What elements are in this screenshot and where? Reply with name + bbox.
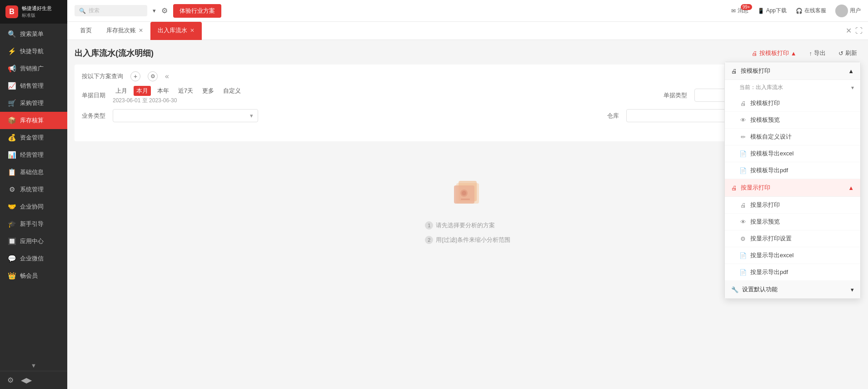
dropdown-item-template-print[interactable]: 🖨按模板打印 bbox=[725, 95, 860, 112]
collapse-icon[interactable]: ◀▶ bbox=[21, 376, 32, 384]
current-label: 当前：出入库流水 bbox=[739, 84, 783, 91]
tab-close-batch-account[interactable]: ✕ bbox=[139, 27, 143, 34]
sidebar-scroll-down[interactable]: ▼ bbox=[31, 362, 37, 369]
sidebar-icon-marketing: 📢 bbox=[7, 65, 16, 73]
sidebar-label-marketing: 营销推广 bbox=[20, 65, 44, 73]
header-search-box[interactable]: 🔍 搜索 bbox=[75, 5, 147, 16]
item-icon-display-print: 🖨 bbox=[739, 201, 747, 209]
sidebar-icon-members: 👑 bbox=[7, 272, 16, 280]
tab-label-batch-account: 库存批次账 bbox=[106, 26, 136, 35]
export-btn[interactable]: ↑ 导出 bbox=[806, 47, 830, 59]
online-service-btn[interactable]: 🎧 在线客服 bbox=[796, 7, 826, 15]
tab-batch-account[interactable]: 库存批次账✕ bbox=[99, 22, 150, 40]
date-tab-current-month[interactable]: 本月 bbox=[134, 86, 151, 96]
sidebar-item-quick-nav[interactable]: ⚡快捷导航 bbox=[0, 43, 67, 60]
plus-icon: + bbox=[134, 73, 137, 80]
dropdown-item-template-export-excel[interactable]: 📄按模板导出excel bbox=[725, 145, 860, 162]
close-win-btn[interactable]: ✕ bbox=[846, 26, 852, 35]
sidebar-label-quick-nav: 快捷导航 bbox=[20, 47, 44, 55]
date-tab-current-year[interactable]: 本年 bbox=[155, 86, 172, 96]
date-tab-last-7-days[interactable]: 近7天 bbox=[175, 86, 196, 96]
item-icon-template-custom: ✏ bbox=[739, 133, 747, 140]
date-tab-custom[interactable]: 自定义 bbox=[220, 86, 244, 96]
user-menu[interactable]: 用户 bbox=[835, 5, 861, 17]
sidebar-label-app-center: 应用中心 bbox=[20, 237, 44, 245]
sidebar-label-guide: 新手引导 bbox=[20, 220, 44, 228]
sidebar-item-sales[interactable]: 📈销售管理 bbox=[0, 77, 67, 95]
item-label-display-print: 按显示打印 bbox=[750, 201, 780, 209]
logo-sub: 标准版 bbox=[22, 12, 52, 19]
page-title-bar: 出入库流水(流水明细) 🖨 按模板打印 ▲ ↑ 导出 ↺ 刷新 🖨 bbox=[75, 47, 861, 59]
sidebar-item-basic-info[interactable]: 📋基础信息 bbox=[0, 164, 67, 181]
display-print-header[interactable]: 🖨 按显示打印 ▲ bbox=[725, 179, 860, 197]
display-print-label: 按显示打印 bbox=[741, 184, 770, 192]
sidebar-item-marketing[interactable]: 📢营销推广 bbox=[0, 60, 67, 77]
dropdown-item-display-print[interactable]: 🖨按显示打印 bbox=[725, 197, 860, 214]
dropdown-item-display-preview[interactable]: 👁按显示预览 bbox=[725, 214, 860, 230]
query-label: 按以下方案查询 bbox=[82, 72, 123, 80]
sidebar-item-operations[interactable]: 📊经营管理 bbox=[0, 146, 67, 164]
dropdown-item-template-custom[interactable]: ✏模板自定义设计 bbox=[725, 129, 860, 145]
date-label: 单据日期 bbox=[82, 91, 105, 100]
sidebar-icon-system: ⚙ bbox=[7, 185, 16, 194]
settings-icon[interactable]: ⚙ bbox=[7, 376, 14, 384]
item-icon-display-export-excel: 📄 bbox=[739, 252, 747, 259]
tab-close-inout-flow[interactable]: ✕ bbox=[190, 27, 195, 34]
message-icon: ✉ bbox=[731, 8, 736, 14]
dropdown-item-display-print-settings[interactable]: ⚙按显示打印设置 bbox=[725, 230, 860, 247]
display-expand-icon: ▲ bbox=[848, 185, 854, 191]
item-label-template-print: 按模板打印 bbox=[750, 99, 780, 107]
app-download-btn[interactable]: 📱 App下载 bbox=[758, 7, 787, 15]
print-template-btn[interactable]: 🖨 按模板打印 ▲ bbox=[748, 47, 800, 59]
tab-inout-flow[interactable]: 出入库流水✕ bbox=[150, 22, 202, 40]
sidebar-label-sales: 销售管理 bbox=[20, 82, 44, 90]
tab-home[interactable]: 首页 bbox=[73, 22, 99, 40]
filter-add-btn[interactable]: + bbox=[130, 71, 140, 81]
date-tab-more[interactable]: 更多 bbox=[200, 86, 217, 96]
message-btn[interactable]: ✉ 消息 99+ bbox=[731, 7, 748, 15]
tip-text-1: 请先选择要分析的方案 bbox=[436, 219, 495, 231]
sidebar-icon-inventory: 📦 bbox=[7, 116, 16, 125]
filter-setting-btn[interactable]: ⚙ bbox=[148, 71, 158, 81]
sidebar-item-search-menu[interactable]: 🔍搜索菜单 bbox=[0, 25, 67, 43]
current-arrow: ▾ bbox=[851, 85, 854, 91]
date-tab-last-month[interactable]: 上月 bbox=[113, 86, 130, 96]
filter-collapse-btn[interactable]: « bbox=[165, 72, 169, 80]
expand-win-btn[interactable]: ⛶ bbox=[855, 27, 863, 35]
business-type-select[interactable]: ▾ bbox=[113, 109, 258, 122]
sidebar-label-basic-info: 基础信息 bbox=[20, 168, 44, 176]
page-title: 出入库流水(流水明细) bbox=[75, 48, 154, 59]
sidebar-label-members: 畅会员 bbox=[20, 272, 38, 280]
sidebar-item-system[interactable]: ⚙系统管理 bbox=[0, 181, 67, 198]
sidebar-item-app-center[interactable]: 🔲应用中心 bbox=[0, 233, 67, 250]
refresh-btn[interactable]: ↺ 刷新 bbox=[835, 47, 861, 59]
dropdown-item-display-export-excel[interactable]: 📄按显示导出excel bbox=[725, 247, 860, 264]
item-icon-template-export-excel: 📄 bbox=[739, 150, 747, 157]
sidebar-label-system: 系统管理 bbox=[20, 185, 44, 194]
default-func-header[interactable]: 🔧 设置默认功能 ▾ bbox=[725, 281, 860, 299]
voucher-type-label: 单据类型 bbox=[663, 91, 687, 100]
header-gear-icon[interactable]: ⚙ bbox=[161, 6, 168, 15]
sidebar-label-inventory: 库存核算 bbox=[20, 116, 44, 125]
item-label-template-export-pdf: 按模板导出pdf bbox=[750, 166, 788, 175]
sidebar-item-guide[interactable]: 🎓新手引导 bbox=[0, 215, 67, 233]
default-func-label: 设置默认功能 bbox=[742, 285, 778, 294]
sidebar-item-cooperation[interactable]: 🤝企业协同 bbox=[0, 198, 67, 215]
dropdown-item-template-preview[interactable]: 👁按模板预览 bbox=[725, 112, 860, 129]
message-badge: 99+ bbox=[741, 4, 752, 10]
print-dropdown-arrow: ▲ bbox=[791, 50, 797, 57]
dropdown-item-template-export-pdf[interactable]: 📄按模板导出pdf bbox=[725, 162, 860, 179]
logo-icon: B bbox=[5, 5, 18, 18]
header-dropdown-arrow[interactable]: ▾ bbox=[153, 7, 156, 14]
sidebar-item-members[interactable]: 👑畅会员 bbox=[0, 267, 67, 284]
sidebar-item-inventory[interactable]: 📦库存核算 bbox=[0, 112, 67, 129]
page-actions: 🖨 按模板打印 ▲ ↑ 导出 ↺ 刷新 🖨 按模板打印 ▲ 当前：出入库流水 ▾… bbox=[748, 47, 861, 59]
print-template-label: 按模板打印 bbox=[759, 49, 789, 57]
dropdown-item-display-export-pdf[interactable]: 📄按显示导出pdf bbox=[725, 264, 860, 281]
trial-btn[interactable]: 体验行业方案 bbox=[173, 4, 221, 18]
sidebar-item-finance[interactable]: 💰资金管理 bbox=[0, 129, 67, 146]
top-header: 🔍 搜索 ▾ ⚙ 体验行业方案 ✉ 消息 99+ 📱 App下载 🎧 在线客服 … bbox=[67, 0, 868, 22]
template-print-header[interactable]: 🖨 按模板打印 ▲ bbox=[725, 62, 860, 80]
sidebar-item-purchase[interactable]: 🛒采购管理 bbox=[0, 95, 67, 112]
sidebar-item-enterprise-wechat[interactable]: 💬企业微信 bbox=[0, 250, 67, 267]
